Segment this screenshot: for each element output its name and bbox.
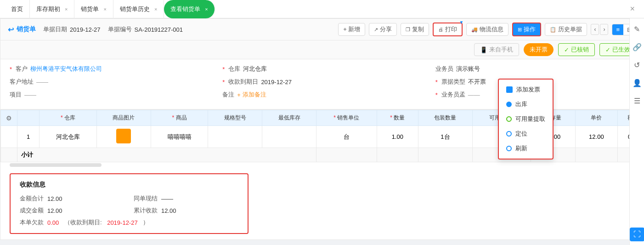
- subtotal-qty: [377, 148, 418, 162]
- share-button[interactable]: ↗ 分享: [369, 23, 397, 36]
- col-no: [17, 110, 40, 126]
- doc-type-label: ↩ 销货单: [8, 25, 36, 34]
- project-field: 项目 ——: [10, 91, 209, 99]
- right-sidebar: ✎ 🔗 ↺ 👤 ☰ ⛶: [629, 18, 644, 245]
- phone-icon: 📱: [480, 46, 487, 53]
- addr-field: 客户地址 ——: [10, 78, 209, 86]
- check2-icon: ✓: [605, 46, 610, 53]
- doc-meta: 单据日期 2019-12-27 单据编号 SA-20191227-001: [43, 25, 183, 34]
- collection-info-box: 收款信息 金额合计 12.00 同单现结 —— 成交金额 12.00 累计收款 …: [10, 173, 249, 234]
- prev-arrow[interactable]: ‹: [591, 24, 599, 35]
- tab-bar: 首页 库存期初 × 销货单 × 销货单历史 × 查看销货单 × ×: [0, 0, 644, 18]
- arrears-item: 本单欠款 0.00 （收款到期日: 2019-12-27 ）: [20, 218, 238, 227]
- next-arrow[interactable]: ›: [600, 24, 608, 35]
- view-list-btn[interactable]: ≡: [612, 24, 623, 35]
- new-button[interactable]: + 新增: [338, 23, 365, 36]
- subtotal-empty-1: [1, 148, 17, 162]
- sidebar-list-icon[interactable]: ☰: [631, 94, 643, 108]
- main-content: ↩ 销货单 单据日期 2019-12-27 单据编号 SA-20191227-0…: [0, 18, 644, 240]
- row-product: 嘻嘻嘻嘻: [151, 126, 208, 148]
- from-phone-btn[interactable]: 📱 来自手机: [474, 43, 519, 56]
- locate-item[interactable]: 定位: [499, 126, 553, 141]
- col-settings: ⚙: [1, 110, 17, 126]
- col-spec: 规格型号: [208, 110, 262, 126]
- tab-view-sales[interactable]: 查看销货单 ×: [164, 0, 215, 18]
- col-sales-unit: 销售单位: [316, 110, 377, 126]
- remark-field: 备注 + 添加备注: [222, 91, 421, 99]
- row-pack-qty: 1台: [418, 126, 473, 148]
- row-spec: [208, 126, 262, 148]
- tab-home[interactable]: 首页: [5, 0, 30, 18]
- employee-field: 业务员 演示账号: [435, 65, 634, 73]
- nav-arrows: ‹ ›: [591, 24, 608, 35]
- transaction-item: 同单现结 ——: [134, 194, 238, 203]
- subtotal-unit: [316, 148, 377, 162]
- col-product-img: 商品图片: [96, 110, 151, 126]
- subtotal-price: [576, 148, 617, 162]
- operation-button[interactable]: ⊞ 操作: [512, 23, 541, 36]
- h-scrollbar[interactable]: [10, 163, 102, 167]
- row-min-stock: [262, 126, 316, 148]
- customer-field: * 客户 柳州粤港平安气体有限公司: [10, 65, 209, 73]
- sidebar-refresh-icon[interactable]: ↺: [631, 58, 643, 72]
- header-actions: + 新增 ↗ 分享 ❐ 复制 🖨 打印 ▼ 🚚 物流信息 ⊞ 操作: [338, 23, 636, 36]
- collection-grid: 金额合计 12.00 同单现结 —— 成交金额 12.00 累计收款 12.00…: [20, 194, 238, 227]
- row-warehouse: 河北仓库: [40, 126, 97, 148]
- subtotal-pack: [418, 148, 473, 162]
- circle-outline-icon1: [506, 116, 512, 122]
- sidebar-link-icon[interactable]: 🔗: [630, 40, 644, 54]
- add-remark-btn[interactable]: + 添加备注: [237, 91, 266, 99]
- row-settings: [1, 126, 17, 148]
- print-button[interactable]: 🖨 打印 ▼: [433, 23, 463, 36]
- confirmed-btn[interactable]: ✓ 已核销: [558, 43, 595, 56]
- circle-outline-icon3: [506, 146, 512, 151]
- col-unit-price: 单价: [576, 110, 617, 126]
- operation-dropdown: 添加发票 出库 可用量提取 定位 刷新: [498, 79, 554, 160]
- col-quantity: 数量: [377, 110, 418, 126]
- row-sales-unit: 台: [316, 126, 377, 148]
- doc-header: ↩ 销货单 单据日期 2019-12-27 单据编号 SA-20191227-0…: [0, 19, 644, 40]
- circle-icon: [506, 102, 512, 107]
- tab-close-view[interactable]: ×: [205, 6, 208, 12]
- warehouse-field: * 仓库 河北仓库: [222, 65, 421, 73]
- copy-button[interactable]: ❐ 复制: [401, 23, 429, 36]
- available-qty-item[interactable]: 可用量提取: [499, 112, 553, 126]
- col-product: 商品: [151, 110, 208, 126]
- form-row-1: * 客户 柳州粤港平安气体有限公司 * 仓库 河北仓库 业务员 演示账号: [10, 65, 634, 73]
- tab-sales-order[interactable]: 销货单 ×: [74, 0, 113, 18]
- tab-close-inventory[interactable]: ×: [65, 6, 68, 12]
- not-open-btn[interactable]: 未开票: [524, 43, 554, 56]
- col-warehouse: 仓库: [40, 110, 97, 126]
- tab-close-sales[interactable]: ×: [103, 6, 106, 12]
- refresh-item[interactable]: 刷新: [499, 141, 553, 156]
- tab-sales-history[interactable]: 销货单历史 ×: [113, 0, 164, 18]
- logistics-button[interactable]: 🚚 物流信息: [466, 23, 508, 36]
- gear-icon[interactable]: ⚙: [6, 114, 12, 122]
- subtotal-label: 小计: [17, 148, 316, 162]
- row-quantity: 1.00: [377, 126, 418, 148]
- tab-close-history[interactable]: ×: [154, 6, 157, 12]
- history-button[interactable]: 📋 历史单据: [545, 23, 587, 36]
- product-image: [116, 129, 131, 143]
- tab-inventory-init[interactable]: 库存期初 ×: [30, 0, 74, 18]
- ship-out-item[interactable]: 出库: [499, 97, 553, 112]
- doc-number: 单据编号 SA-20191227-001: [108, 25, 183, 34]
- sidebar-person-icon[interactable]: 👤: [630, 76, 644, 90]
- col-min-stock: 最低库存: [262, 110, 316, 126]
- col-pack-qty: 包装数量: [418, 110, 473, 126]
- row-product-img: [96, 126, 151, 148]
- status-row: 📱 来自手机 未开票 ✓ 已核销 ✓ 已生效: [0, 40, 644, 59]
- sidebar-edit-icon[interactable]: ✎: [631, 22, 643, 36]
- check-icon: ✓: [564, 46, 569, 53]
- doc-date: 单据日期 2019-12-27: [43, 25, 101, 34]
- total-amount-item: 金额合计 12.00: [20, 194, 124, 203]
- circle-outline-icon2: [506, 131, 512, 137]
- cumulative-item: 累计收款 12.00: [134, 206, 238, 215]
- row-no: 1: [17, 126, 40, 148]
- deal-amount-item: 成交金额 12.00: [20, 206, 124, 215]
- add-invoice-item[interactable]: 添加发票: [499, 82, 553, 97]
- sidebar-expand-icon[interactable]: ⛶: [630, 228, 644, 241]
- square-icon: [506, 86, 513, 93]
- window-close-button[interactable]: ×: [625, 4, 639, 14]
- collection-title: 收款信息: [20, 181, 238, 189]
